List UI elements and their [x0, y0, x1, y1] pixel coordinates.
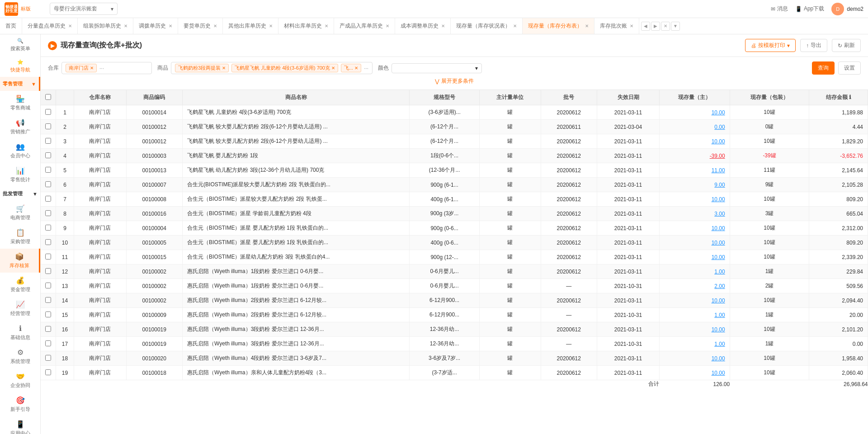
close-icon[interactable]: ✕ — [441, 24, 445, 28]
settings-btn[interactable]: 设置 — [838, 61, 861, 75]
export-btn[interactable]: ↑ 导出 — [800, 39, 827, 52]
row-qty-main[interactable]: 3.00 — [659, 207, 730, 221]
refresh-btn[interactable]: ↻ 刷新 — [832, 39, 861, 52]
row-qty-main[interactable]: 0.00 — [659, 120, 730, 134]
app-download-btn[interactable]: 📱 App下载 — [795, 5, 824, 13]
sidebar-search[interactable]: 🔍 搜索英单 — [0, 34, 40, 56]
close-icon[interactable]: ✕ — [213, 24, 217, 28]
sidebar-item-guide[interactable]: 🎯 新手引导 — [0, 392, 40, 416]
row-qty-main[interactable]: 10.00 — [659, 322, 730, 337]
row-qty-main[interactable]: 10.00 — [659, 293, 730, 308]
tab-fenliang[interactable]: 分量盘点单历史 ✕ — [22, 18, 78, 34]
row-checkbox[interactable] — [41, 105, 56, 120]
sidebar-item-system[interactable]: ⚙ 系统管理 — [0, 344, 40, 368]
tab-xian1[interactable]: 现存量（库存状况表） ✕ — [451, 18, 523, 34]
color-tags[interactable]: ▾ — [392, 63, 482, 73]
row-qty-main[interactable]: 10.00 — [659, 366, 730, 380]
row-checkbox[interactable] — [41, 351, 56, 366]
row-qty-main[interactable]: 1.00 — [659, 264, 730, 279]
sidebar-item-stats[interactable]: 📊 零售统计 — [0, 163, 40, 187]
select-all-checkbox[interactable] — [45, 94, 51, 100]
nav-next-icon[interactable]: ▶ — [651, 22, 660, 31]
row-qty-main[interactable]: 1.00 — [659, 308, 730, 322]
close-icon[interactable]: ✕ — [630, 24, 633, 28]
nav-menu-icon[interactable]: ▼ — [671, 22, 680, 31]
row-qty-main[interactable]: 1.00 — [659, 337, 730, 351]
row-checkbox[interactable] — [41, 250, 56, 264]
query-btn[interactable]: 查询 — [812, 61, 835, 75]
tag-close-icon[interactable]: ✕ — [354, 66, 358, 71]
close-icon[interactable]: ✕ — [169, 24, 172, 28]
warehouse-tags[interactable]: 南岸门店 ✕ ··· — [61, 62, 152, 74]
row-qty-main[interactable]: 2.00 — [659, 279, 730, 293]
row-qty-main[interactable]: 10.00 — [659, 236, 730, 250]
sidebar-item-finance[interactable]: 💰 资金管理 — [0, 273, 40, 297]
tab-xian2[interactable]: 现存量（库存分布表） ✕ — [523, 18, 594, 34]
sidebar-item-wholesale[interactable]: 批发管理 ▼ — [0, 187, 40, 201]
sidebar-item-apps[interactable]: 📱 应用中心 — [0, 416, 40, 434]
sidebar-item-ecommerce[interactable]: 🛒 电商管理 — [0, 201, 40, 225]
row-checkbox[interactable] — [41, 207, 56, 221]
sidebar-item-marketing[interactable]: 📢 营销推广 — [0, 115, 40, 139]
print-btn[interactable]: 🖨 按模板打印 ▾ — [745, 39, 796, 52]
industry-selector[interactable]: 母婴行业演示账套 ▾ — [50, 3, 118, 15]
row-checkbox[interactable] — [41, 134, 56, 149]
close-icon[interactable]: ✕ — [585, 24, 589, 28]
tab-zuhe[interactable]: 组装拆卸单历史 ✕ — [78, 18, 133, 34]
row-checkbox[interactable] — [41, 337, 56, 351]
tag-close-icon[interactable]: ✕ — [90, 66, 94, 71]
tab-qita[interactable]: 其他出库单历史 ✕ — [223, 18, 278, 34]
sidebar-item-collab[interactable]: 🤝 企业协同 — [0, 368, 40, 392]
row-checkbox[interactable] — [41, 192, 56, 207]
close-icon[interactable]: ✕ — [386, 24, 389, 28]
tag-close-icon[interactable]: ✕ — [222, 66, 226, 71]
tag-close-icon[interactable]: ✕ — [331, 66, 335, 71]
row-qty-main[interactable]: 10.00 — [659, 221, 730, 236]
sidebar-item-basics[interactable]: ℹ 基础信息 — [0, 321, 40, 344]
sidebar-item-mall[interactable]: 🏪 零售商城 — [0, 91, 40, 115]
product-tags[interactable]: 飞鹤奶粉3段两提装 ✕ 飞鹤星飞帆 儿童奶粉 4段(3-6岁适用) 700克 ✕… — [171, 62, 373, 74]
nav-close-icon[interactable]: ✕ — [661, 22, 670, 31]
tab-diaob[interactable]: 调拨单历史 ✕ — [133, 18, 178, 34]
row-checkbox[interactable] — [41, 264, 56, 279]
row-checkbox[interactable] — [41, 163, 56, 178]
row-checkbox[interactable] — [41, 149, 56, 163]
row-qty-main[interactable]: 10.00 — [659, 134, 730, 149]
expand-arrow[interactable]: ▶ — [48, 41, 57, 50]
row-qty-main[interactable]: 10.00 — [659, 351, 730, 366]
row-qty-main[interactable]: 9.00 — [659, 178, 730, 192]
sidebar-item-retail[interactable]: 零售管理 ▼ — [0, 77, 40, 91]
row-checkbox[interactable] — [41, 120, 56, 134]
nav-prev-icon[interactable]: ◀ — [641, 22, 650, 31]
close-icon[interactable]: ✕ — [68, 24, 72, 28]
sidebar-item-members[interactable]: 👥 会员中心 — [0, 139, 40, 163]
close-icon[interactable]: ✕ — [325, 24, 328, 28]
sidebar-item-operation[interactable]: 📈 经营管理 — [0, 297, 40, 321]
message-btn[interactable]: ✉ 首页 消息 — [771, 5, 788, 13]
sidebar-item-purchase[interactable]: 📋 采购管理 — [0, 225, 40, 249]
row-qty-main[interactable]: 11.00 — [659, 163, 730, 178]
close-icon[interactable]: ✕ — [269, 24, 273, 28]
row-checkbox[interactable] — [41, 293, 56, 308]
row-checkbox[interactable] — [41, 308, 56, 322]
tab-home[interactable]: 首页 — [0, 18, 22, 34]
tab-chengpin[interactable]: 产成品入库单历史 ✕ — [334, 18, 395, 34]
row-qty-main[interactable]: 10.00 — [659, 192, 730, 207]
close-icon[interactable]: ✕ — [124, 24, 127, 28]
row-checkbox[interactable] — [41, 221, 56, 236]
close-icon[interactable]: ✕ — [513, 24, 517, 28]
row-qty-main[interactable]: 10.00 — [659, 105, 730, 120]
tab-yaohuo[interactable]: 要货单历史 ✕ — [178, 18, 223, 34]
row-checkbox[interactable] — [41, 366, 56, 380]
sidebar-item-inventory[interactable]: 📦 库存核算 — [0, 249, 40, 273]
expand-conditions-btn[interactable]: ⋁ 展开更多条件 — [48, 77, 861, 85]
tab-cailiao[interactable]: 材料出库单历史 ✕ — [278, 18, 334, 34]
sidebar-nav[interactable]: ⭐ 快捷导航 — [0, 56, 40, 77]
row-qty-main[interactable]: -39.00 — [659, 149, 730, 163]
row-qty-main[interactable]: 10.00 — [659, 250, 730, 264]
row-checkbox[interactable] — [41, 322, 56, 337]
tab-chengben[interactable]: 成本调整单历史 ✕ — [395, 18, 451, 34]
row-checkbox[interactable] — [41, 279, 56, 293]
row-checkbox[interactable] — [41, 178, 56, 192]
row-checkbox[interactable] — [41, 236, 56, 250]
